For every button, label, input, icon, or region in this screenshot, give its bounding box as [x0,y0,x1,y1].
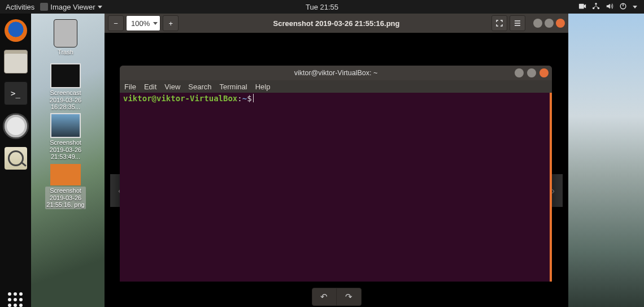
zoom-out-button[interactable]: − [108,15,124,31]
desktop-wallpaper [568,14,644,307]
app-menu-icon [40,3,48,11]
activities-button[interactable]: Activities [6,3,34,11]
hamburger-menu-button[interactable] [510,15,525,31]
image-file-icon [50,164,81,185]
video-file-icon [50,63,81,88]
system-menu-chevron-icon[interactable] [633,6,637,8]
menu-view[interactable]: View [164,83,180,91]
dock-files-icon[interactable] [4,50,28,73]
window-minimize-button[interactable] [515,68,524,77]
desktop-icon-label: Trash [45,49,86,56]
svg-rect-0 [579,3,584,8]
dock-image-viewer-icon[interactable] [5,147,27,170]
zoom-value: 100% [131,19,150,28]
rotate-left-button[interactable]: ↶ [312,288,337,305]
dock-screenshot-icon[interactable] [3,113,29,139]
app-menu[interactable]: Image Viewer [40,3,102,11]
window-close-button[interactable] [556,19,565,28]
prompt-separator: : [237,94,242,103]
network-icon[interactable] [592,2,600,12]
apps-grid-icon [8,292,24,307]
show-applications-button[interactable] [0,292,31,307]
image-viewer-window: − 100% + Screenshot 2019-03-26 21:55:16.… [105,14,568,307]
window-minimize-button[interactable] [533,19,542,28]
menu-search[interactable]: Search [188,83,211,91]
window-maximize-button[interactable] [527,68,536,77]
terminal-window: viktor@viktor-VirtualBox: ~ File Edit Vi… [120,66,552,282]
screen-record-icon[interactable] [578,2,586,12]
ubuntu-dock: >_ [0,14,31,307]
clock[interactable]: Tue 21:55 [306,3,338,11]
terminal-body[interactable]: viktor@viktor-VirtualBox:~$ [120,93,550,282]
desktop-icon-label: Screencast 2019-03-26 16:28:35... [45,89,86,111]
power-icon[interactable] [619,2,627,12]
prompt-user: viktor@viktor-VirtualBox [123,94,237,103]
svg-point-1 [595,2,597,5]
terminal-scrollbar[interactable] [550,93,552,282]
fullscreen-button[interactable] [491,15,507,31]
trash-icon [54,19,77,47]
desktop-trash[interactable]: Trash [45,19,86,56]
window-close-button[interactable] [539,68,549,77]
desktop-screenshot-file[interactable]: Screenshot 2019-03-26 21:53:49... [45,113,86,161]
app-menu-label: Image Viewer [50,3,95,11]
menu-terminal[interactable]: Terminal [220,83,247,91]
volume-icon[interactable] [606,2,613,12]
terminal-titlebar: viktor@viktor-VirtualBox: ~ [120,66,552,80]
window-maximize-button[interactable] [545,19,554,28]
desktop-icon-label: Screenshot 2019-03-26 21:53:49... [45,139,86,161]
terminal-title: viktor@viktor-VirtualBox: ~ [294,69,378,77]
desktop-icon-label: Screenshot 2019-03-26 21:55:16. png [45,187,86,209]
menu-help[interactable]: Help [255,83,271,91]
prompt-path: ~ [242,94,247,103]
desktop-screenshot-file-selected[interactable]: Screenshot 2019-03-26 21:55:16. png [45,164,86,209]
chevron-down-icon [98,6,102,8]
menu-edit[interactable]: Edit [144,83,156,91]
prompt-symbol: $ [247,94,251,103]
image-viewer-rotate-toolbar: ↶ ↷ [312,288,362,306]
chevron-down-icon [153,22,158,25]
zoom-in-button[interactable]: + [163,15,179,31]
image-viewer-headerbar: − 100% + Screenshot 2019-03-26 21:55:16.… [105,14,568,33]
window-title: Screenshot 2019-03-26 21:55:16.png [273,19,400,28]
gnome-top-bar: Activities Image Viewer Tue 21:55 [0,0,644,14]
desktop-screencast-file[interactable]: Screencast 2019-03-26 16:28:35... [45,63,86,111]
terminal-menubar: File Edit View Search Terminal Help [120,80,552,93]
menu-file[interactable]: File [124,83,136,91]
dock-firefox-icon[interactable] [5,19,27,42]
terminal-cursor [253,94,254,102]
rotate-right-button[interactable]: ↷ [337,288,361,305]
dock-terminal-icon[interactable]: >_ [4,81,28,105]
image-viewer-canvas: ‹ › viktor@viktor-VirtualBox: ~ File Edi… [105,33,568,307]
image-file-icon [50,113,81,138]
zoom-combo[interactable]: 100% [126,15,160,31]
